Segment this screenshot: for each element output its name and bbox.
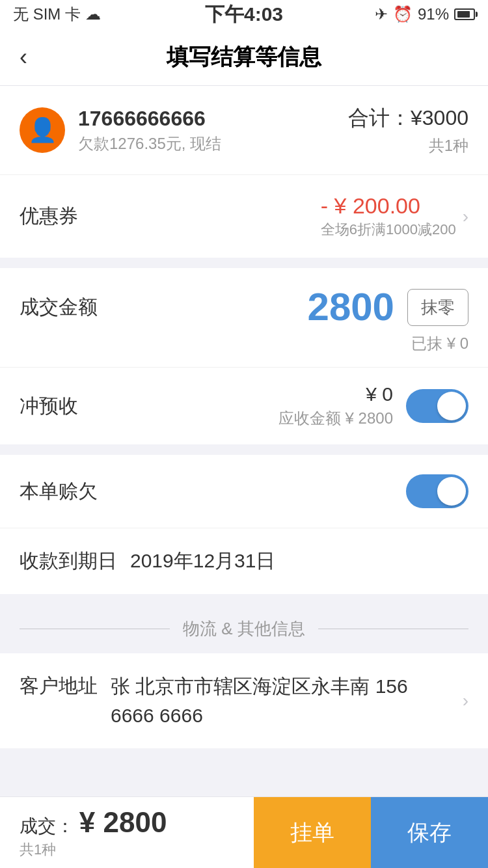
- bottom-deal-row: 成交： ¥ 2800: [20, 806, 234, 839]
- status-right: ✈ ⏰ 91%: [375, 5, 475, 23]
- prepay-label: 冲预收: [20, 393, 78, 420]
- back-button[interactable]: ‹: [13, 37, 34, 77]
- sim-status: 无 SIM 卡 ☁: [13, 4, 101, 25]
- bottom-deal-amount: ¥ 2800: [79, 806, 167, 838]
- coupon-right: - ¥ 200.00 全场6折满1000减200 ›: [321, 193, 468, 239]
- customer-left: 👤 17666666666 欠款1276.35元, 现结: [20, 107, 221, 154]
- nav-bar: ‹ 填写结算等信息: [0, 29, 488, 86]
- battery-icon: [454, 8, 475, 20]
- customer-card: 👤 17666666666 欠款1276.35元, 现结 合计：¥3000 共1…: [0, 86, 488, 258]
- coupon-chevron-icon: ›: [463, 206, 468, 227]
- address-row[interactable]: 客户地址 张 北京市市辖区海淀区永丰南 156 6666 6666 ›: [0, 653, 488, 748]
- debt-section: 本单赊欠 收款到期日 2019年12月31日: [0, 455, 488, 594]
- customer-row: 👤 17666666666 欠款1276.35元, 现结 合计：¥3000 共1…: [0, 86, 488, 174]
- deal-row: 成交金额 2800 抹零: [0, 268, 488, 333]
- status-time: 下午4:03: [205, 1, 283, 28]
- deal-right: 2800 抹零: [308, 288, 468, 327]
- customer-right: 合计：¥3000 共1种: [348, 104, 468, 156]
- customer-phone: 17666666666: [78, 107, 221, 131]
- address-value: 张 北京市市辖区海淀区永丰南 156 6666 6666: [111, 671, 456, 730]
- coupon-amount: - ¥ 200.00: [321, 193, 456, 219]
- debt-toggle-knob: [437, 477, 466, 506]
- bottom-count: 共1种: [20, 840, 234, 860]
- prepay-amount-block: ¥ 0 应收金额 ¥ 2800: [278, 383, 393, 429]
- main-content: 👤 17666666666 欠款1276.35元, 现结 合计：¥3000 共1…: [0, 86, 488, 868]
- avatar-icon: 👤: [28, 116, 57, 144]
- deal-label: 成交金额: [20, 294, 98, 321]
- address-chevron-icon: ›: [463, 690, 468, 711]
- toggle-knob: [437, 392, 466, 420]
- alarm-icon: ⏰: [393, 5, 413, 23]
- debt-row: 本单赊欠: [0, 455, 488, 528]
- deal-sub-text: 已抹 ¥ 0: [0, 333, 488, 367]
- avatar: 👤: [20, 107, 65, 153]
- address-label: 客户地址: [20, 671, 98, 699]
- deal-section: 成交金额 2800 抹零 已抹 ¥ 0 冲预收 ¥ 0 应收金额 ¥ 2800: [0, 268, 488, 444]
- status-left: 无 SIM 卡 ☁: [13, 4, 101, 25]
- prepay-right: ¥ 0 应收金额 ¥ 2800: [278, 383, 468, 429]
- customer-info: 17666666666 欠款1276.35元, 现结: [78, 107, 221, 154]
- prepay-sub-text: 应收金额 ¥ 2800: [278, 408, 393, 429]
- page-title: 填写结算等信息: [167, 42, 321, 72]
- prepay-amount: ¥ 0: [278, 383, 393, 405]
- round-zero-button[interactable]: 抹零: [407, 289, 468, 326]
- coupon-desc: 全场6折满1000减200: [321, 220, 456, 239]
- duedate-value: 2019年12月31日: [130, 548, 275, 575]
- divider-line-right: [318, 629, 468, 629]
- duedate-row: 收款到期日 2019年12月31日: [0, 528, 488, 594]
- duedate-label: 收款到期日: [20, 548, 117, 575]
- customer-desc: 欠款1276.35元, 现结: [78, 133, 221, 154]
- debt-label: 本单赊欠: [20, 478, 98, 505]
- bottom-summary: 成交： ¥ 2800 共1种: [0, 797, 254, 868]
- divider-line-left: [20, 629, 170, 629]
- nav-icon: ✈: [375, 5, 388, 23]
- hold-button[interactable]: 挂单: [254, 797, 371, 868]
- bottom-bar: 成交： ¥ 2800 共1种 挂单 保存: [0, 796, 488, 868]
- coupon-row[interactable]: 优惠券 - ¥ 200.00 全场6折满1000减200 ›: [0, 174, 488, 258]
- status-bar: 无 SIM 卡 ☁ 下午4:03 ✈ ⏰ 91%: [0, 0, 488, 29]
- address-section: 客户地址 张 北京市市辖区海淀区永丰南 156 6666 6666 ›: [0, 653, 488, 748]
- deal-amount: 2800: [308, 288, 394, 327]
- bottom-deal-label: 成交：: [20, 816, 74, 836]
- total-count: 共1种: [348, 135, 468, 156]
- save-button[interactable]: 保存: [371, 797, 488, 868]
- debt-toggle[interactable]: [406, 474, 468, 508]
- coupon-label: 优惠券: [20, 203, 78, 230]
- prepay-toggle[interactable]: [406, 389, 468, 423]
- logistics-label: 物流 & 其他信息: [170, 617, 318, 640]
- logistics-divider: 物流 & 其他信息: [0, 604, 488, 653]
- total-amount: 合计：¥3000: [348, 104, 468, 133]
- battery-percent: 91%: [418, 5, 449, 23]
- prepay-row: 冲预收 ¥ 0 应收金额 ¥ 2800: [0, 367, 488, 444]
